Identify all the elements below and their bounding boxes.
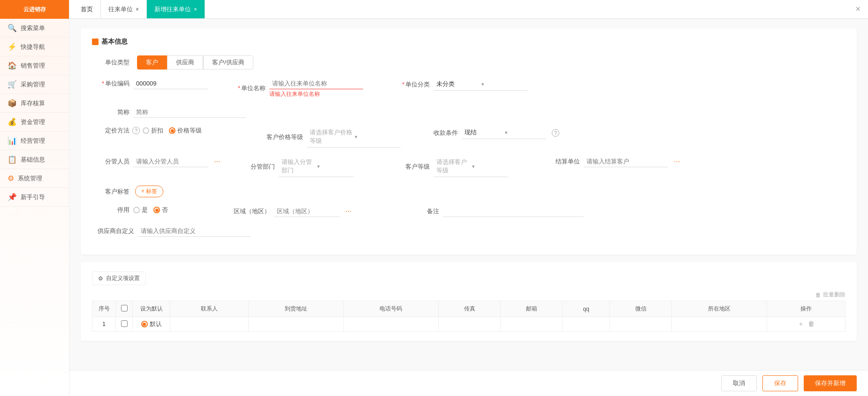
row-default-radio[interactable]: 默认: [137, 320, 165, 328]
row-address: [249, 317, 343, 332]
tab-add-partner[interactable]: 新增往来单位 ×: [147, 0, 205, 18]
settlement-unit-label: 结算单位: [542, 157, 580, 166]
shortname-row: 简称: [92, 107, 845, 118]
customer-level-select[interactable]: 请选择客户等级 ▾: [434, 156, 509, 177]
tabbar-close-all[interactable]: ×: [852, 4, 864, 14]
batch-delete-label: 批量删除: [823, 291, 845, 299]
contacts-table: 序号 设为默认 联系人 到货地址 电话号码 传真 邮箱 qq 微信 所在地区 操…: [92, 301, 845, 332]
settlement-unit-dots-btn[interactable]: ···: [672, 156, 682, 167]
sidebar-item-sysmanage[interactable]: ⚙ 系统管理: [0, 169, 69, 188]
unit-btn-supplier[interactable]: 供应商: [167, 55, 203, 70]
table-header-row: 序号 设为默认 联系人 到货地址 电话号码 传真 邮箱 qq 微信 所在地区 操…: [92, 301, 845, 317]
row-default-label: 默认: [150, 320, 162, 328]
dept-select[interactable]: 请输入分管部门 ▾: [279, 156, 354, 177]
col-header-wechat: 微信: [610, 301, 672, 317]
region-group: 区域（地区） ···: [233, 206, 402, 217]
custom-settings-button[interactable]: ⚙ 自定义项设置: [92, 272, 146, 285]
unit-btn-both[interactable]: 客户/供应商: [203, 55, 253, 70]
tabbar: 首页 往来单位 × 新增往来单位 × ×: [69, 0, 868, 19]
unit-type-row: 单位类型 客户 供应商 客户/供应商: [92, 55, 845, 70]
save-button[interactable]: 保存: [762, 375, 798, 391]
dept-placeholder: 请输入分管部门: [282, 158, 315, 175]
sidebar-item-basicinfo[interactable]: 📋 基础信息: [0, 150, 69, 169]
col-header-phone: 电话号码: [343, 301, 438, 317]
shortname-input[interactable]: [133, 107, 246, 118]
region-input[interactable]: [274, 206, 340, 217]
sidebar-item-operation[interactable]: 📊 经营管理: [0, 132, 69, 150]
tab-add-partner-close[interactable]: ×: [194, 6, 197, 13]
save-new-button[interactable]: 保存并新增: [804, 375, 857, 391]
customer-price-level-placeholder: 请选择客户价格等级: [310, 128, 353, 145]
sidebar-label-sales: 销售管理: [21, 62, 45, 70]
manager-label: 分管人员: [92, 157, 129, 166]
sidebar-label-newguide: 新手引导: [21, 193, 45, 202]
section-title: 基本信息: [92, 38, 845, 46]
inventory-icon: 📦: [8, 99, 17, 108]
cancel-button[interactable]: 取消: [721, 375, 757, 391]
unit-category-value: 未分类: [436, 80, 480, 88]
manager-input[interactable]: [133, 156, 208, 167]
sidebar: 云进销存 🔍 搜索菜单 ⚡ 快捷导航 🏠 销售管理 🛒 采购管理 📦 库存核算 …: [0, 0, 69, 396]
sidebar-item-finance[interactable]: 💰 资金管理: [0, 113, 69, 132]
tab-partner-list[interactable]: 往来单位 ×: [101, 0, 147, 18]
tab-partner-list-label: 往来单位: [108, 5, 133, 14]
unit-name-group: *单位名称 请输入往来单位名称: [233, 78, 392, 98]
purchase-icon: 🛒: [8, 80, 17, 89]
tag-label: 客户标签: [92, 187, 129, 196]
pricing-row: 定价方法 ? 折扣 价格等级 客户价格等级: [92, 126, 845, 148]
region-dots-btn[interactable]: ···: [343, 206, 353, 217]
settlement-unit-input[interactable]: [584, 156, 668, 167]
pricing-help-icon[interactable]: ?: [132, 127, 140, 134]
supplier-custom-input[interactable]: [138, 225, 251, 237]
col-header-qq: qq: [563, 301, 610, 317]
col-header-address: 到货地址: [249, 301, 343, 317]
unit-name-input[interactable]: [269, 78, 363, 89]
col-header-fax: 传真: [439, 301, 501, 317]
pricing-radio-level[interactable]: 价格等级: [169, 126, 202, 135]
payment-terms-select[interactable]: 现结 ▾: [462, 126, 546, 139]
add-tag-button[interactable]: + 标签: [135, 186, 163, 197]
radio-discount-circle: [143, 127, 149, 134]
sidebar-item-inventory[interactable]: 📦 库存核算: [0, 94, 69, 113]
row-checkbox[interactable]: [121, 320, 128, 327]
unit-btn-customer[interactable]: 客户: [137, 55, 167, 70]
unit-code-input[interactable]: [133, 78, 208, 89]
unit-name-wrapper: 请输入往来单位名称: [269, 78, 392, 98]
unit-type-buttons: 客户 供应商 客户/供应商: [137, 55, 253, 70]
row-default-circle: [141, 321, 148, 327]
logo-text: 云进销存: [23, 6, 46, 14]
sidebar-item-search[interactable]: 🔍 搜索菜单: [0, 19, 69, 38]
pricing-radio-discount[interactable]: 折扣: [143, 126, 163, 135]
batch-delete-button[interactable]: 🗑 批量删除: [815, 291, 845, 299]
disabled-radio-no[interactable]: 否: [153, 206, 168, 214]
disabled-group: 停用 是 否: [92, 206, 233, 214]
disabled-radio-yes[interactable]: 是: [133, 206, 148, 214]
row-delete-icon[interactable]: 🗑: [808, 320, 815, 328]
table-tbody: 1 默认: [92, 317, 845, 332]
remark-input[interactable]: [443, 206, 584, 217]
unit-code-group: *单位编码: [92, 78, 233, 89]
customer-price-level-group: 客户价格等级 请选择客户价格等级 ▾: [261, 126, 420, 148]
region-label: 区域（地区）: [233, 207, 270, 216]
sidebar-item-newguide[interactable]: 📌 新手引导: [0, 188, 69, 207]
row-action: ＋ 🗑: [767, 317, 845, 332]
unit-type-label: 单位类型: [92, 58, 129, 67]
tab-home[interactable]: 首页: [73, 0, 101, 18]
customer-level-placeholder: 请选择客户等级: [436, 158, 470, 175]
sidebar-item-quicknav[interactable]: ⚡ 快捷导航: [0, 38, 69, 56]
unit-category-select[interactable]: 未分类 ▾: [434, 78, 527, 91]
sidebar-item-sales[interactable]: 🏠 销售管理: [0, 56, 69, 75]
row-qq: [563, 317, 610, 332]
manager-dots-btn[interactable]: ···: [212, 156, 222, 167]
unit-code-label: *单位编码: [92, 79, 129, 88]
sidebar-label-basicinfo: 基础信息: [21, 155, 45, 164]
select-all-checkbox[interactable]: [121, 305, 128, 311]
tab-partner-list-close[interactable]: ×: [136, 6, 139, 13]
payment-terms-help-icon[interactable]: ?: [552, 129, 559, 137]
customer-price-level-select[interactable]: 请选择客户价格等级 ▾: [307, 126, 401, 148]
row-add-icon[interactable]: ＋: [798, 320, 804, 328]
col-header-action: 操作: [767, 301, 845, 317]
sidebar-item-purchase[interactable]: 🛒 采购管理: [0, 75, 69, 94]
payment-terms-group: 收款条件 现结 ▾ ?: [420, 126, 845, 139]
row-default: 默认: [133, 317, 170, 332]
